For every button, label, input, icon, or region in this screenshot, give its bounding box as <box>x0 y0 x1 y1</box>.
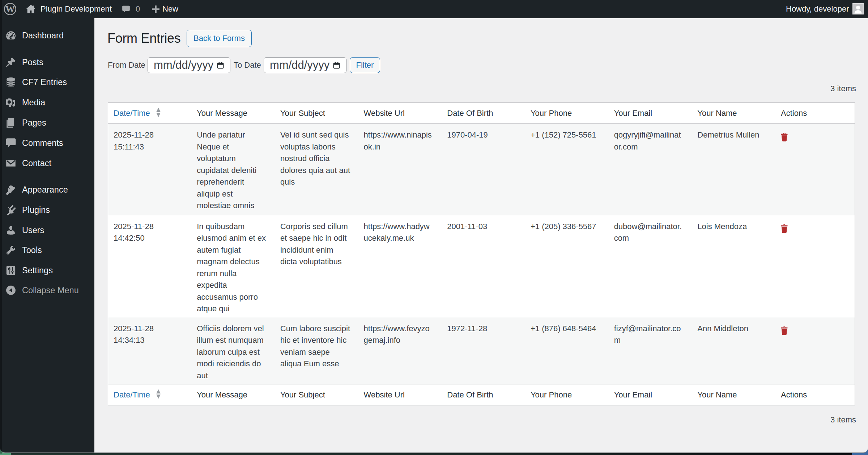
svg-text:W: W <box>5 4 15 14</box>
